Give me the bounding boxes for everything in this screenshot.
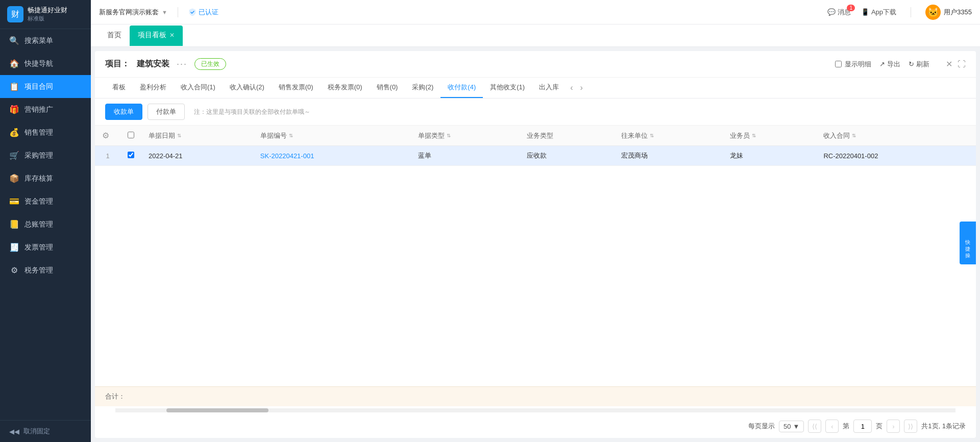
maximize-icon[interactable]: ⛶ — [958, 60, 966, 69]
page-size-select[interactable]: 50 ▼ — [779, 421, 804, 432]
row-type: 蓝单 — [411, 146, 520, 166]
sub-tab-sales-invoice[interactable]: 销售发票(0) — [272, 78, 321, 98]
sidebar-item-tax[interactable]: ⚙ 税务管理 — [0, 259, 91, 282]
show-detail-label: 显示明细 — [845, 60, 871, 69]
sub-tabs-next-icon[interactable]: › — [577, 79, 585, 96]
invoice-icon: 🧾 — [9, 242, 19, 252]
sidebar-item-label: 采购管理 — [24, 151, 53, 160]
avatar: 🐱 — [925, 5, 941, 20]
next-page-button[interactable]: › — [887, 420, 900, 433]
payment-filter-button[interactable]: 付款单 — [148, 104, 185, 120]
tab-project-board[interactable]: 项目看板 ✕ — [130, 26, 183, 46]
close-icon[interactable]: ✕ — [946, 59, 952, 69]
table-settings-icon[interactable]: ⚙ — [102, 131, 109, 140]
sidebar-item-sales[interactable]: 💰 销售管理 — [0, 121, 91, 144]
svg-text:操: 操 — [965, 253, 970, 258]
col-partner: 往来单位 ⇅ — [614, 126, 723, 146]
last-page-button[interactable]: ⟩⟩ — [904, 420, 917, 433]
quick-action-icon: 快 捷 操 作 — [963, 228, 973, 258]
page-size-value: 50 — [783, 423, 791, 430]
row-checkbox-cell — [120, 146, 141, 166]
show-detail-checkbox[interactable]: 显示明细 — [835, 60, 871, 69]
export-button[interactable]: ↗ 导出 — [879, 60, 900, 69]
tab-close-icon[interactable]: ✕ — [169, 32, 175, 39]
export-icon: ↗ — [879, 60, 885, 68]
quick-action-button[interactable]: 快 捷 操 作 — [960, 222, 976, 264]
sort-icon-contract: ⇅ — [852, 133, 856, 138]
sort-partner[interactable]: 往来单位 ⇅ — [621, 131, 716, 140]
sub-tab-kanban[interactable]: 看板 — [105, 78, 133, 98]
sidebar-item-marketing[interactable]: 🎁 营销推广 — [0, 98, 91, 121]
sidebar-item-project[interactable]: 📋 项目合同 — [0, 75, 91, 98]
sub-tab-inout[interactable]: 出入库 — [532, 78, 566, 98]
row-number: SK-20220421-001 — [253, 146, 411, 166]
topbar-project[interactable]: 新服务官网演示账套 ▼ — [99, 8, 167, 17]
sort-date[interactable]: 单据日期 ⇅ — [149, 131, 246, 140]
sub-tab-other-income[interactable]: 其他收支(1) — [483, 78, 532, 98]
more-options-icon[interactable]: ··· — [177, 59, 187, 69]
sub-tab-income-confirm[interactable]: 收入确认(2) — [223, 78, 272, 98]
svg-text:快: 快 — [965, 239, 971, 245]
sidebar-item-label: 营销推广 — [24, 105, 53, 114]
filter-bar: 收款单 付款单 注：这里是与项目关联的全部收付款单哦～ — [95, 99, 976, 126]
project-actions: 显示明细 ↗ 导出 ↻ 刷新 ✕ ⛶ — [835, 59, 966, 69]
sidebar-item-finance[interactable]: 💳 资金管理 — [0, 190, 91, 213]
pagination: 每页显示 50 ▼ ⟨⟨ ‹ 第 页 › ⟩⟩ 共1页, 1条记录 — [95, 414, 976, 438]
purchase-icon: 🛒 — [9, 151, 19, 160]
unpin-label: 取消固定 — [23, 427, 50, 436]
sidebar: 财 畅捷通好业财 标准版 🔍 搜索菜单 🏠 快捷导航 📋 项目合同 🎁 营销推广… — [0, 0, 91, 442]
sort-contract[interactable]: 收入合同 ⇅ — [823, 131, 969, 140]
unpin-button[interactable]: ◀◀ 取消固定 — [0, 420, 91, 442]
sort-type[interactable]: 单据类型 ⇅ — [418, 131, 512, 140]
col-type: 单据类型 ⇅ — [411, 126, 520, 146]
col-number: 单据编号 ⇅ — [253, 126, 411, 146]
show-detail-input[interactable] — [835, 61, 842, 67]
sub-tab-tax-invoice[interactable]: 税务发票(0) — [321, 78, 370, 98]
refresh-button[interactable]: ↻ 刷新 — [909, 60, 929, 69]
page-suffix: 页 — [876, 422, 883, 431]
first-page-button[interactable]: ⟨⟨ — [808, 420, 821, 433]
sort-number[interactable]: 单据编号 ⇅ — [260, 131, 404, 140]
sort-icon-number: ⇅ — [289, 133, 293, 138]
row-number-link[interactable]: SK-20220421-001 — [260, 152, 314, 160]
sort-icon-type: ⇅ — [447, 133, 451, 138]
page-label: 第 — [843, 422, 849, 431]
col-date: 单据日期 ⇅ — [141, 126, 253, 146]
app-download-button[interactable]: 📱 App下载 — [861, 8, 896, 17]
prev-page-button[interactable]: ‹ — [825, 420, 839, 433]
sub-tab-profit[interactable]: 盈利分析 — [133, 78, 174, 98]
sidebar-item-invoice[interactable]: 🧾 发票管理 — [0, 236, 91, 259]
select-all-checkbox[interactable] — [128, 132, 134, 138]
sidebar-item-ledger[interactable]: 📒 总账管理 — [0, 213, 91, 236]
col-biz-type: 业务类型 — [520, 126, 614, 146]
row-checkbox[interactable] — [128, 152, 134, 158]
horizontal-scrollbar[interactable] — [95, 406, 976, 414]
receipt-filter-button[interactable]: 收款单 — [105, 104, 142, 120]
scrollbar-thumb[interactable] — [166, 408, 268, 412]
user-menu[interactable]: 🐱 用户3355 — [925, 5, 972, 20]
tab-project-label: 项目看板 — [138, 31, 166, 40]
sidebar-item-search[interactable]: 🔍 搜索菜单 — [0, 29, 91, 52]
sub-tab-purchase[interactable]: 采购(2) — [405, 78, 440, 98]
tab-home[interactable]: 首页 — [99, 26, 130, 46]
topbar: 新服务官网演示账套 ▼ 已认证 💬 消息 1 📱 App下载 🐱 — [91, 0, 980, 24]
sidebar-item-purchase[interactable]: 🛒 采购管理 — [0, 144, 91, 167]
page-input[interactable] — [853, 420, 872, 433]
row-contract: RC-20220401-002 — [816, 146, 976, 166]
project-name: 新服务官网演示账套 — [99, 8, 159, 17]
sub-tab-income-contract[interactable]: 收入合同(1) — [174, 78, 223, 98]
project-status-badge: 已生效 — [194, 58, 226, 70]
sidebar-item-label: 项目合同 — [24, 82, 53, 91]
sort-salesman[interactable]: 业务员 ⇅ — [730, 131, 809, 140]
message-badge: 1 — [847, 5, 855, 11]
sort-icon-date: ⇅ — [177, 133, 181, 138]
row-biz-type: 应收款 — [520, 146, 614, 166]
sidebar-item-inventory[interactable]: 📦 库存核算 — [0, 167, 91, 190]
message-button[interactable]: 💬 消息 1 — [827, 8, 851, 17]
sidebar-item-quicknav[interactable]: 🏠 快捷导航 — [0, 52, 91, 75]
sub-tabs-prev-icon[interactable]: ‹ — [567, 79, 576, 96]
sub-tab-payment[interactable]: 收付款(4) — [440, 78, 483, 98]
row-date: 2022-04-21 — [141, 146, 253, 166]
row-partner: 宏茂商场 — [614, 146, 723, 166]
sub-tab-sales[interactable]: 销售(0) — [370, 78, 405, 98]
